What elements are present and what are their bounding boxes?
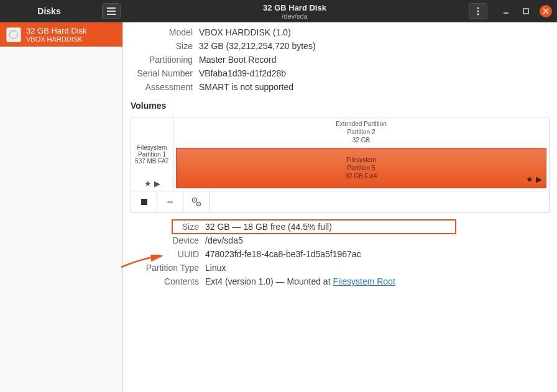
label-contents: Contents bbox=[131, 276, 199, 286]
volume-details: Size 32 GB — 18 GB free (44.5% full) Dev… bbox=[131, 222, 550, 286]
value-device: /dev/sda5 bbox=[205, 235, 550, 245]
maximize-button[interactable] bbox=[520, 5, 532, 17]
partition-1[interactable]: Filesystem Partition 1 537 MB FAT ★ ▶ bbox=[131, 117, 173, 191]
titlebar-center: 32 GB Hard Disk /dev/sda bbox=[121, 3, 469, 20]
volumes-heading: Volumes bbox=[131, 101, 550, 111]
star-icon: ★ bbox=[526, 175, 533, 185]
maximize-icon bbox=[522, 7, 530, 15]
content: Model VBOX HARDDISK (1.0) Size 32 GB (32… bbox=[123, 22, 557, 392]
volumes-diagram: Filesystem Partition 1 537 MB FAT ★ ▶ Ex… bbox=[131, 117, 550, 191]
svg-point-2 bbox=[477, 14, 479, 16]
label-size: Size bbox=[131, 41, 193, 51]
partition-extended[interactable]: Extended Partition Partition 2 32 GB Fil… bbox=[173, 117, 549, 191]
delete-partition-button[interactable]: − bbox=[157, 191, 183, 212]
sidebar-disk-sub: VBOX HARDDISK bbox=[26, 35, 87, 43]
value-partitioning: Master Boot Record bbox=[199, 55, 550, 65]
hamburger-button[interactable] bbox=[102, 3, 121, 19]
svg-point-5 bbox=[194, 199, 195, 201]
close-button[interactable] bbox=[540, 5, 552, 17]
hamburger-icon bbox=[107, 7, 116, 15]
ext-title: Extended Partition bbox=[173, 120, 549, 128]
minimize-button[interactable] bbox=[500, 5, 512, 17]
label-partition-type: Partition Type bbox=[131, 263, 199, 273]
header-disk-title: 32 GB Hard Disk bbox=[121, 3, 469, 12]
value-serial: VBfaba1d39-d1f2d28b bbox=[199, 68, 550, 78]
sidebar-disk-item[interactable]: 32 GB Hard Disk VBOX HARDDISK bbox=[0, 22, 122, 47]
svg-rect-3 bbox=[523, 9, 528, 14]
sidebar-disk-name: 32 GB Hard Disk bbox=[26, 26, 87, 35]
p5-num: Partition 5 bbox=[177, 164, 546, 172]
value-vol-size: 32 GB — 18 GB free (44.5% full) bbox=[205, 222, 550, 232]
p1-fs: Filesystem bbox=[137, 144, 167, 151]
stop-icon bbox=[141, 199, 147, 205]
ext-num: Partition 2 bbox=[173, 128, 549, 136]
svg-point-7 bbox=[198, 204, 199, 205]
play-icon: ▶ bbox=[536, 175, 542, 185]
sidebar: 32 GB Hard Disk VBOX HARDDISK bbox=[0, 22, 123, 392]
p1-num: Partition 1 bbox=[138, 151, 166, 158]
label-vol-size: Size bbox=[131, 222, 199, 232]
drive-options-button[interactable] bbox=[469, 3, 487, 19]
app-title: Disks bbox=[0, 6, 98, 16]
label-device: Device bbox=[131, 235, 199, 245]
label-assessment: Assessment bbox=[131, 82, 193, 92]
header-disk-path: /dev/sda bbox=[121, 12, 469, 20]
label-partitioning: Partitioning bbox=[131, 55, 193, 65]
value-assessment: SMART is not supported bbox=[199, 82, 550, 92]
star-icon: ★ bbox=[144, 179, 152, 188]
value-partition-type: Linux bbox=[205, 263, 550, 273]
minimize-icon bbox=[502, 7, 510, 15]
kebab-icon bbox=[477, 7, 479, 16]
svg-point-1 bbox=[477, 11, 479, 12]
titlebar: Disks 32 GB Hard Disk /dev/sda bbox=[0, 0, 557, 22]
p5-size: 32 GB Ext4 bbox=[177, 172, 546, 180]
play-icon: ▶ bbox=[154, 179, 160, 188]
value-contents: Ext4 (version 1.0) — Mounted at Filesyst… bbox=[205, 276, 550, 286]
label-serial: Serial Number bbox=[131, 68, 193, 78]
harddisk-icon bbox=[6, 27, 21, 42]
volume-toolbar: − bbox=[131, 191, 550, 213]
value-model: VBOX HARDDISK (1.0) bbox=[199, 27, 550, 37]
p1-size: 537 MB FAT bbox=[135, 158, 169, 165]
partition-5[interactable]: Filesystem Partition 5 32 GB Ext4 ★ ▶ bbox=[176, 148, 546, 188]
minus-icon: − bbox=[167, 196, 173, 209]
p5-fs: Filesystem bbox=[177, 156, 546, 164]
partition-options-button[interactable] bbox=[183, 191, 209, 212]
value-uuid: 478023fd-fe18-4ca8-be3f-1d5a5f1967ac bbox=[205, 249, 550, 259]
label-uuid: UUID bbox=[131, 249, 199, 259]
gears-icon bbox=[191, 196, 202, 207]
svg-point-0 bbox=[477, 7, 479, 9]
ext-size: 32 GB bbox=[173, 136, 549, 144]
disk-details: Model VBOX HARDDISK (1.0) Size 32 GB (32… bbox=[131, 27, 550, 92]
value-size: 32 GB (32,212,254,720 bytes) bbox=[199, 41, 550, 51]
filesystem-root-link[interactable]: Filesystem Root bbox=[333, 276, 395, 286]
close-icon bbox=[543, 8, 549, 14]
unmount-button[interactable] bbox=[131, 191, 157, 212]
label-model: Model bbox=[131, 27, 193, 37]
